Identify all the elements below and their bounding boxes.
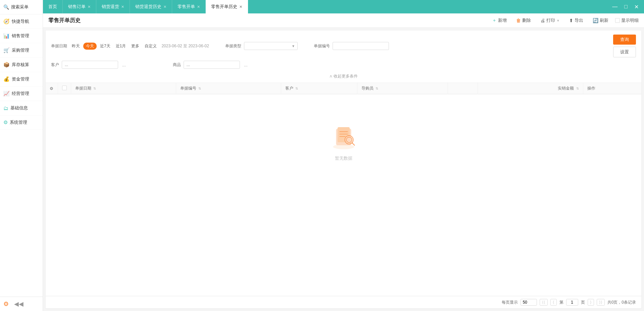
sidebar-item-label: 系统管理 <box>10 119 27 125</box>
customer-input[interactable] <box>62 61 118 69</box>
sidebar-item-label: 资金管理 <box>12 76 29 82</box>
export-button[interactable]: ⬆ 导出 <box>566 16 586 25</box>
tab-retail-open-history[interactable]: 零售开单历史 ✕ <box>206 0 248 13</box>
add-button[interactable]: ＋ 新增 <box>489 16 509 25</box>
table-empty-row: 暂无数据 <box>46 94 641 182</box>
prev-page-button[interactable]: ⟨ <box>550 299 557 306</box>
th-date[interactable]: 单据日期 ⇅ <box>71 83 176 94</box>
header-checkbox[interactable] <box>62 86 67 90</box>
sidebar-search[interactable]: 🔍 搜索采单 <box>0 0 43 14</box>
inventory-icon: 📦 <box>3 62 10 68</box>
tab-sales-return-history[interactable]: 销货退货历史 ✕ <box>130 0 172 13</box>
filter-actions: 查询 设置 <box>613 35 636 57</box>
per-page-select[interactable]: 50 10 20 100 <box>521 299 537 306</box>
bill-type-select[interactable] <box>244 42 298 50</box>
tab-home-label: 首页 <box>48 4 57 10</box>
close-button[interactable]: ✕ <box>632 3 641 11</box>
product-label: 商品 <box>173 62 181 68</box>
date-btn-7days[interactable]: 近7天 <box>98 43 112 50</box>
th-bill-no[interactable]: 单据编号 ⇅ <box>176 83 281 94</box>
th-action-label: 操作 <box>587 86 595 91</box>
sidebar-item-purchase-mgmt[interactable]: 🛒 采购管理 <box>0 43 43 58</box>
sales-mgmt-icon: 📊 <box>3 33 10 39</box>
print-dropdown-icon: ▼ <box>556 19 560 22</box>
sidebar-item-label: 快捷导航 <box>12 18 29 24</box>
base-info-icon: 🗂 <box>3 105 8 111</box>
search-icon: 🔍 <box>3 4 9 10</box>
tab-sales-return-close[interactable]: ✕ <box>121 5 124 9</box>
settings-gear-icon[interactable]: ⚙ <box>3 300 9 308</box>
date-btn-custom[interactable]: 自定义 <box>143 43 159 50</box>
tab-retail-open-close[interactable]: ✕ <box>197 5 200 9</box>
minimize-button[interactable]: — <box>610 3 620 10</box>
quick-nav-icon: 🧭 <box>3 18 10 24</box>
query-button[interactable]: 查询 <box>613 35 636 45</box>
toolbar: 零售开单历史 ＋ 新增 🗑 删除 🖨 打印 ▼ ⬆ 导出 🔄 刷新 <box>43 13 644 28</box>
date-btn-yesterday[interactable]: 昨天 <box>70 43 82 50</box>
page-label: 第 <box>559 300 563 305</box>
display-detail-checkbox[interactable]: 显示明细 <box>615 17 639 23</box>
toolbar-actions: ＋ 新增 🗑 删除 🖨 打印 ▼ ⬆ 导出 🔄 刷新 显示明 <box>489 16 639 25</box>
table-header-row: ⚙ 单据日期 ⇅ 单据编号 ⇅ <box>46 83 641 94</box>
tab-retail-open-history-close[interactable]: ✕ <box>239 5 242 9</box>
tab-sales-return-history-label: 销货退货历史 <box>135 4 161 10</box>
date-btn-more[interactable]: 更多 <box>129 43 141 50</box>
th-amount-sort-icon: ⇅ <box>576 87 579 90</box>
product-input[interactable] <box>184 61 240 69</box>
product-ellipsis-btn[interactable]: ... <box>243 62 249 67</box>
customer-ellipsis-btn[interactable]: ... <box>121 62 127 67</box>
th-guide-label: 导购员 <box>361 86 374 91</box>
display-detail-cb[interactable] <box>615 18 620 23</box>
main-area: 首页 销售订单 ✕ 销货退货 ✕ 销货退货历史 ✕ 零售开单 ✕ 零售开单历史 … <box>43 0 644 311</box>
add-icon: ＋ <box>492 17 497 23</box>
th-amount[interactable]: 实销金额 ⇅ <box>478 83 583 94</box>
th-gear[interactable]: ⚙ <box>46 83 58 94</box>
tab-retail-open-history-label: 零售开单历史 <box>211 4 237 10</box>
th-customer[interactable]: 客户 ⇅ <box>281 83 357 94</box>
print-icon: 🖨 <box>540 18 545 23</box>
sidebar-item-label: 基础信息 <box>10 105 28 111</box>
next-page-button[interactable]: ⟩ <box>588 299 594 306</box>
print-button[interactable]: 🖨 打印 ▼ <box>538 16 562 25</box>
th-date-label: 单据日期 <box>75 86 91 91</box>
tab-sales-return-history-close[interactable]: ✕ <box>163 5 166 9</box>
date-btn-1month[interactable]: 近1月 <box>114 43 128 50</box>
first-page-button[interactable]: ⟨⟨ <box>540 299 548 306</box>
th-guide[interactable]: 导购员 ⇅ <box>357 83 448 94</box>
th-customer-label: 客户 <box>285 86 293 91</box>
set-button[interactable]: 设置 <box>613 47 636 57</box>
tab-retail-open[interactable]: 零售开单 ✕ <box>172 0 206 13</box>
refresh-button[interactable]: 🔄 刷新 <box>590 16 611 25</box>
tab-home[interactable]: 首页 <box>43 0 63 13</box>
date-btn-today[interactable]: 今天 <box>83 43 97 50</box>
per-page-label: 每页显示 <box>502 300 518 305</box>
page-input[interactable] <box>566 299 578 306</box>
sidebar-item-sales-mgmt[interactable]: 📊 销售管理 <box>0 29 43 43</box>
tab-sales-order[interactable]: 销售订单 ✕ <box>63 0 96 13</box>
maximize-button[interactable]: □ <box>622 3 630 10</box>
tab-sales-return-label: 销货退货 <box>102 4 119 10</box>
th-amount-label: 实销金额 <box>558 86 574 91</box>
sidebar: 🔍 搜索采单 🧭 快捷导航 📊 销售管理 🛒 采购管理 📦 库存核算 💰 资金管… <box>0 0 43 311</box>
empty-text: 暂无数据 <box>335 155 352 161</box>
tab-sales-order-close[interactable]: ✕ <box>88 5 91 9</box>
bill-type-select-wrapper <box>244 42 298 50</box>
sidebar-item-label: 采购管理 <box>12 47 29 53</box>
sidebar-item-quick-nav[interactable]: 🧭 快捷导航 <box>0 14 43 29</box>
export-icon: ⬆ <box>569 18 573 23</box>
last-page-button[interactable]: ⟩⟩ <box>597 299 605 306</box>
sidebar-item-inventory[interactable]: 📦 库存核算 <box>0 58 43 72</box>
collapse-trigger[interactable]: ∧ 收起更多条件 <box>329 73 358 79</box>
sidebar-item-base-info[interactable]: 🗂 基础信息 <box>0 101 43 115</box>
delete-button[interactable]: 🗑 删除 <box>513 16 534 25</box>
bill-no-input[interactable] <box>333 42 389 50</box>
filter-bill-no-field: 单据编号 <box>314 42 389 50</box>
sidebar-collapse-icon[interactable]: ◀◀ <box>14 300 23 308</box>
customer-label: 客户 <box>51 62 59 68</box>
filter-product-field: 商品 ... <box>173 61 249 69</box>
th-checkbox[interactable] <box>58 83 71 94</box>
sidebar-item-finance[interactable]: 💰 资金管理 <box>0 72 43 87</box>
sidebar-item-operations[interactable]: 📈 经营管理 <box>0 87 43 101</box>
tab-sales-return[interactable]: 销货退货 ✕ <box>96 0 130 13</box>
sidebar-item-sys-mgmt[interactable]: ⚙ 系统管理 <box>0 115 43 130</box>
